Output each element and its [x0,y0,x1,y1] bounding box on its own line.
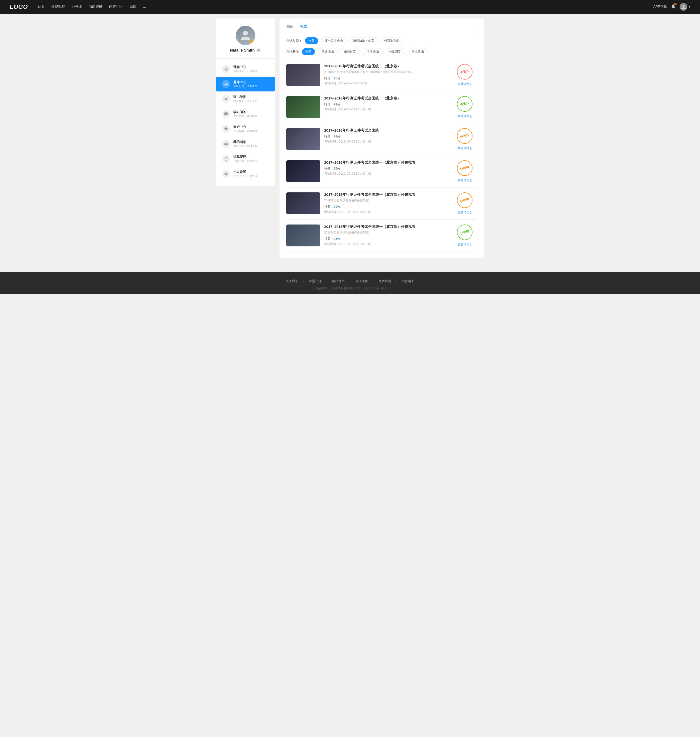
nav-questions[interactable]: 题库 [129,4,136,9]
footer-about[interactable]: 关于我们 [286,279,299,283]
exam-status-stamp-2: 已通过 [455,94,474,113]
type-filter-random[interactable]: 随机抽题考试(5) [350,37,378,44]
nav-more[interactable]: ... [143,4,146,9]
exam-score-5: 得分：99分 [324,205,449,209]
exam-status-stamp-4: 待批阅 [455,159,474,178]
exam-title-2: 2017–2018年行测证件考试全国统一（北京卷） [324,96,449,101]
footer-disclaimer[interactable]: 免费声明 [378,279,391,283]
exam-title-4: 2017–2018年行测证件考试全国统一（北京卷）付费批卷 [324,160,449,165]
exam-score-6: 得分：25分 [324,237,449,241]
dropdown-caret: ▾ [689,5,690,9]
type-filter-paid[interactable]: 付费批卷(6) [381,37,403,44]
footer-partners[interactable]: 合作伙伴 [355,279,368,283]
sidebar-msg-title: 我的消息 [233,140,257,144]
sidebar-msg-sub: 消息通知，及时了解 [233,144,257,148]
exam-info-2: 2017–2018年行测证件考试全国统一（北京卷） 得分：99分 考试时间：20… [324,96,449,112]
sidebar-item-course[interactable]: 课程中心 精彩课程，不容错过 [216,62,275,77]
footer-copyright: Copyright© 云朵商学院 版权所有 京ICP备17051340号–1 [0,286,700,290]
type-filter-label: 考试类型： [286,39,302,43]
nav-discover[interactable]: 发现课程 [51,4,65,9]
sidebar-item-qa[interactable]: 学习问答 课后重温，疑难解答 [216,106,275,122]
profile-name-badge: 徽 [256,49,261,52]
exam-time-4: 考试时间：2019–05–03 10：09：09 [324,172,449,176]
exam-time-6: 考试时间：2019–05–03 10：09：09 [324,242,449,246]
main-container: 🏅 Natalie Smith 徽 课程中心 精彩课程，不容错过 [216,0,484,272]
status-filter-pass[interactable]: 已通过(2) [318,48,338,55]
view-detail-1[interactable]: 查看详情 [458,82,472,86]
nav-news[interactable]: 新闻资讯 [89,4,102,9]
exam-action-3: 待考试 查看详情 [453,128,477,150]
exam-desc-6: 2018年行测考试是最值得多去研究 [324,231,416,235]
status-filter-fail[interactable]: 未通过(2) [341,48,360,55]
exam-title-1: 2017–2018年行测证件考试全国统一（北京卷） [324,64,449,69]
exam-item-1: 2017–2018年行测证件考试全国统一（北京卷） 2018年行测考试是最值得多… [286,59,477,91]
footer-sitemap[interactable]: 网站地图 [332,279,345,283]
calendar-icon [222,65,230,73]
sidebar-item-order[interactable]: 订单管理 订单支出，明明白白 [216,151,275,167]
sidebar-item-questions[interactable]: 题库中心 海量习题，助力通关 [216,77,275,92]
view-detail-5[interactable]: 查看详情 [458,211,472,215]
view-detail-3[interactable]: 查看详情 [458,146,472,150]
app-download[interactable]: APP下载 [653,4,667,9]
sidebar-cert-title: 证书荣誉 [233,95,257,99]
nav-menu: 首页 发现课程 公开课 新闻资讯 问答社区 题库 ... [38,4,653,9]
message-icon [222,140,230,148]
sidebar-course-title: 课程中心 [233,65,257,69]
sidebar-settings-sub: 个人信息，一键管理 [233,174,257,178]
exam-item-2: 2017–2018年行测证件考试全国统一（北京卷） 得分：99分 考试时间：20… [286,91,477,123]
status-filter-reviewed[interactable]: 已批阅(2) [408,48,428,55]
file-icon [222,155,230,163]
sidebar-qbank-sub: 海量习题，助力通关 [233,84,257,88]
nav-home[interactable]: 首页 [38,4,44,9]
avatar [679,3,687,11]
sidebar-item-message[interactable]: 我的消息 消息通知，及时了解 [216,136,275,152]
exam-thumb-4 [286,160,321,182]
nav-opencourse[interactable]: 公开课 [72,4,82,9]
view-detail-6[interactable]: 查看详情 [458,243,472,247]
notification-bell[interactable] [671,4,676,10]
sidebar-cert-sub: 收获荣誉，持证上岗 [233,99,257,103]
status-filter-row: 考试状态 全部 已通过(2) 未通过(2) 待考试(2) 待批阅(2) 已批阅(… [286,48,477,55]
navbar: LOGO 首页 发现课程 公开课 新闻资讯 问答社区 题库 ... APP下载 … [0,0,700,13]
profile-avatar: 🏅 [236,26,255,45]
status-filter-all[interactable]: 全部 [302,48,315,55]
nav-qa[interactable]: 问答社区 [109,4,123,9]
profile-badge: 🏅 [250,40,255,45]
tab-exam[interactable]: 考试 [300,24,307,32]
footer: 关于我们 | 加盟代理 | 网站地图 | 合作伙伴 | 免费声明 | 招贤纳士 … [0,272,700,294]
exam-time-5: 考试时间：2019–05–03 10：09：09 [324,210,449,214]
status-filter-reviewing[interactable]: 待批阅(2) [385,48,405,55]
notification-badge [674,3,676,5]
sidebar-item-settings[interactable]: 个人设置 个人信息，一键管理 [216,167,275,181]
type-filter-cert[interactable]: 证书类考试(4) [321,37,347,44]
exam-score-2: 得分：99分 [324,102,449,106]
view-detail-2[interactable]: 查看详情 [458,114,472,118]
type-filter-row: 考试类型： 全部 证书类考试(4) 随机抽题考试(5) 付费批卷(6) [286,37,477,44]
navbar-right: APP下载 ▾ [653,3,690,11]
exam-info-3: 2017–2018年行测证件考试全国统一 得分：99分 考试时间：2019–05… [324,128,449,144]
exam-item-4: 2017–2018年行测证件考试全国统一（北京卷）付费批卷 得分：25分 考试时… [286,155,477,187]
list-icon [222,80,230,88]
footer-franchise[interactable]: 加盟代理 [309,279,322,283]
tab-questionbank[interactable]: 题库 [286,24,294,32]
logo: LOGO [10,3,28,10]
sidebar-item-account[interactable]: 账户中心 个人权益，实时掌握 [216,121,275,136]
status-filter-label: 考试状态 [286,50,299,54]
sidebar-item-certificate[interactable]: 证书荣誉 收获荣誉，持证上岗 [216,91,275,106]
exam-status-stamp-3: 待考试 [455,127,474,146]
exam-title-3: 2017–2018年行测证件考试全国统一 [324,128,449,133]
sidebar-qa-sub: 课后重温，疑难解答 [233,114,257,118]
footer-recruit[interactable]: 招贤纳士 [401,279,414,283]
type-filter-all[interactable]: 全部 [305,37,318,44]
status-filter-pending[interactable]: 待考试(2) [363,48,382,55]
sidebar-order-title: 订单管理 [233,155,257,159]
exam-thumb-5 [286,192,321,214]
view-detail-4[interactable]: 查看详情 [458,178,472,183]
exam-info-5: 2017–2018年行测证件考试全国统一（北京卷）付费批卷 2018年行测考试是… [324,192,449,214]
exam-score-1: 得分：25分 [324,76,449,81]
user-avatar-menu[interactable]: ▾ [679,3,690,11]
content-area: 题库 考试 考试类型： 全部 证书类考试(4) 随机抽题考试(5) 付费批卷(6… [279,19,484,258]
sidebar-account-sub: 个人权益，实时掌握 [233,130,257,133]
profile-section: 🏅 Natalie Smith 徽 [216,26,275,59]
exam-action-6: 已批阅 查看详情 [453,224,477,247]
